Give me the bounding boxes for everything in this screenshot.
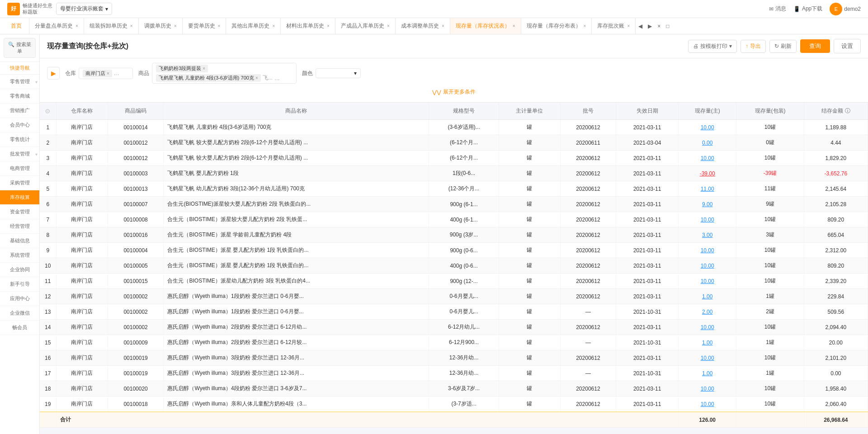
cell-qty-main[interactable]: 10.00 — [679, 258, 736, 274]
sidebar-item-wholesale[interactable]: 批发管理 ▾ — [0, 147, 39, 161]
tab-close-cost-adjust[interactable]: × — [442, 24, 444, 28]
tab-inventory-status[interactable]: 现存量（库存状况表） × — [450, 18, 521, 34]
cell-qty-main[interactable]: 1.00 — [679, 335, 736, 350]
cell-qty-main[interactable]: 9.00 — [679, 197, 736, 212]
tab-batch-accounts[interactable]: 库存批次账 × — [592, 18, 636, 34]
cell-code: 00100012 — [108, 135, 164, 151]
sidebar-item-retail[interactable]: 零售管理 ▾ — [0, 75, 39, 89]
logo[interactable]: 好 畅捷通好生意 标题版 — [7, 3, 52, 15]
tab-inventory-dist[interactable]: 现存量（库存分布表） × — [521, 18, 592, 34]
template-print-btn[interactable]: 🖨 按模板打印 ▾ — [688, 40, 737, 53]
cell-qty-main[interactable]: 3.00 — [679, 227, 736, 243]
tab-close-inventory-dist[interactable]: × — [584, 24, 586, 28]
cell-amount: 2,060.40 — [804, 396, 868, 412]
cell-qty-pack: 9罐 — [736, 197, 804, 212]
settings-btn[interactable]: 设置 — [834, 39, 861, 53]
tab-home[interactable]: 首页 — [4, 18, 29, 34]
cell-qty-main[interactable]: 10.00 — [679, 396, 736, 412]
cell-qty-main[interactable]: 10.00 — [679, 274, 736, 289]
tab-product-in[interactable]: 产成品入库单历史 × — [335, 18, 396, 34]
cell-code: 00100014 — [108, 120, 164, 135]
export-btn[interactable]: ↑ 导出 — [741, 40, 766, 53]
cell-qty-main[interactable]: 10.00 — [679, 350, 736, 366]
product-tag-close-2[interactable]: × — [255, 75, 258, 80]
cell-unit: 罐 — [499, 166, 560, 181]
col-expire: 失效日期 — [616, 103, 679, 120]
workspace-selector[interactable]: 母婴行业演示账套 ▾ — [56, 3, 112, 15]
tab-close-disassemble[interactable]: × — [130, 24, 133, 28]
cell-name: 惠氏启醇（Wyeth illuma）2段奶粉 爱尔兰进口 6-12月幼... — [164, 320, 429, 335]
quick-nav-btn[interactable]: 快捷导航 — [0, 62, 39, 75]
tab-close-inventory-status[interactable]: × — [513, 24, 515, 28]
cell-qty-main[interactable]: 10.00 — [679, 212, 736, 227]
cell-unit: 罐 — [499, 181, 560, 197]
cell-qty-main[interactable]: 10.00 — [679, 243, 736, 258]
cell-unit: 罐 — [499, 381, 560, 396]
user-menu[interactable]: E demo2 — [830, 3, 861, 15]
sidebar-item-finance[interactable]: 资金管理 — [0, 205, 39, 219]
sidebar-item-ecommerce[interactable]: 电商管理 — [0, 161, 39, 176]
product-tag-close-1[interactable]: × — [203, 66, 205, 71]
tab-disassemble[interactable]: 组装拆卸单历史 × — [84, 18, 139, 34]
cell-qty-main[interactable]: 10.00 — [679, 151, 736, 166]
cell-qty-main[interactable]: 1.00 — [679, 366, 736, 381]
sidebar-item-guide[interactable]: 新手引导 — [0, 277, 39, 292]
tab-close-other-out[interactable]: × — [272, 24, 275, 28]
search-menu-btn[interactable]: 🔍 搜索菜单 — [4, 38, 36, 58]
sidebar-item-app-center[interactable]: 应用中心 — [0, 292, 39, 306]
cell-qty-main[interactable]: -39.00 — [679, 166, 736, 181]
color-select[interactable]: ▾ — [316, 68, 361, 78]
cell-code: 00100005 — [108, 258, 164, 274]
tab-split-check[interactable]: 分量盘点单历史 × — [29, 18, 84, 34]
sidebar-item-system[interactable]: 系统管理 — [0, 248, 39, 263]
message-btn[interactable]: ✉ 消息 — [769, 5, 786, 13]
header-left: 好 畅捷通好生意 标题版 母婴行业演示账套 ▾ — [7, 3, 112, 15]
product-input[interactable]: 飞鹤奶粉3段两提装 × 飞鹤星飞帆 儿童奶粉 4段(3-6岁适用) 700克 ×… — [152, 63, 297, 84]
sidebar-item-basic[interactable]: 基础信息 — [0, 234, 39, 248]
sidebar-item-member-card[interactable]: 畅会员 — [0, 321, 39, 335]
cell-qty-main[interactable]: 0.00 — [679, 135, 736, 151]
tab-close-all-btn[interactable]: × — [655, 18, 663, 34]
sidebar-item-enterprise[interactable]: 企业协同 — [0, 263, 39, 277]
cell-batch: — — [560, 335, 616, 350]
tab-material-out[interactable]: 材料出库单历史 × — [281, 18, 335, 34]
expand-more-btn[interactable]: ⋁⋁ 展开更多条件 — [432, 86, 476, 98]
settings-col-icon[interactable]: ⚙ — [45, 108, 51, 115]
refresh-btn[interactable]: ↻ 刷新 — [769, 40, 797, 53]
tab-other-out[interactable]: 其他出库单历史 × — [226, 18, 281, 34]
tab-close-material-out[interactable]: × — [327, 24, 330, 28]
cell-qty-main[interactable]: 10.00 — [679, 320, 736, 335]
warehouse-tag-close[interactable]: × — [107, 71, 109, 76]
tab-close-batch-accounts[interactable]: × — [627, 24, 630, 28]
tab-close-order[interactable]: × — [218, 24, 221, 28]
sidebar-item-operation[interactable]: 经营管理 — [0, 219, 39, 234]
sidebar-item-marketing[interactable]: 营销推广 — [0, 104, 39, 118]
warehouse-input[interactable]: 南岸门店 × … — [79, 68, 133, 79]
query-btn[interactable]: 查询 — [800, 39, 830, 53]
tab-menu-btn[interactable]: □ — [663, 18, 672, 34]
cell-amount: 1,189.88 — [804, 120, 868, 135]
tab-prev-btn[interactable]: ◀ — [636, 18, 645, 34]
sidebar-item-inventory[interactable]: 库存核算 — [0, 190, 39, 205]
tab-close-product-in[interactable]: × — [387, 24, 390, 28]
tab-close-split-check[interactable]: × — [75, 24, 78, 28]
cell-qty-main[interactable]: 10.00 — [679, 381, 736, 396]
sidebar-item-retail-shop[interactable]: 零售商城 — [0, 89, 39, 104]
sidebar-item-purchase[interactable]: 采购管理 — [0, 176, 39, 190]
cell-qty-main[interactable]: 2.00 — [679, 304, 736, 320]
cell-batch: — — [560, 366, 616, 381]
sidebar-item-retail-stats[interactable]: 零售统计 — [0, 132, 39, 147]
cell-qty-main[interactable]: 1.00 — [679, 289, 736, 304]
tab-close-transfer[interactable]: × — [174, 24, 177, 28]
tab-order[interactable]: 要货单历史 × — [183, 18, 226, 34]
sidebar-item-enterprise-wx[interactable]: 企业微信 — [0, 306, 39, 321]
cell-expire: 2021-03-11 — [616, 320, 679, 335]
filter-expand-btn[interactable]: ▶ — [47, 67, 60, 80]
tab-next-btn[interactable]: ▶ — [645, 18, 655, 34]
sidebar-item-member[interactable]: 会员中心 — [0, 118, 39, 132]
tab-transfer[interactable]: 调拨单历史 × — [139, 18, 183, 34]
cell-qty-main[interactable]: 10.00 — [679, 120, 736, 135]
app-download-btn[interactable]: 📱 App下载 — [793, 5, 822, 13]
cell-qty-main[interactable]: 11.00 — [679, 181, 736, 197]
tab-cost-adjust[interactable]: 成本调整单历史 × — [396, 18, 450, 34]
